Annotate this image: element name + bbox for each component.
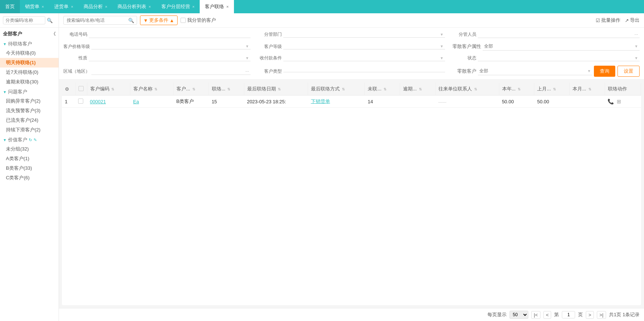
more-icon[interactable]: ···: [633, 32, 638, 37]
more-icon[interactable]: ···: [244, 69, 249, 74]
region-select[interactable]: ···: [91, 68, 251, 75]
close-icon[interactable]: ×: [42, 4, 44, 9]
scattered-select[interactable]: 全部 ▼: [478, 67, 592, 75]
dept-label: 分管部门: [258, 31, 282, 38]
chevron-down-icon: ▼: [245, 56, 249, 60]
customer-type-label: 客户类型: [258, 68, 282, 75]
sidebar-item-today[interactable]: 今天待联络(0): [0, 48, 59, 58]
dept-select[interactable]: ▼: [283, 32, 445, 38]
filter-row-phone: 电话号码: [63, 30, 251, 39]
nav-sales-order[interactable]: 销货单 ×: [20, 0, 49, 13]
customer-name-link[interactable]: Ea: [133, 99, 139, 104]
sort-icon[interactable]: ⇅: [342, 87, 345, 91]
first-page-btn[interactable]: |<: [531, 311, 540, 319]
phone-label: 电话号码: [63, 31, 87, 38]
sort-icon[interactable]: ⇅: [227, 87, 230, 91]
refresh-icon[interactable]: ↻: [29, 138, 32, 142]
scattered-attr-select[interactable]: 全部 ▼: [483, 42, 640, 51]
next-page-btn[interactable]: >: [586, 311, 594, 319]
row-checkbox: [75, 96, 87, 108]
close-icon[interactable]: ×: [226, 4, 228, 9]
sort-icon[interactable]: ⇅: [474, 87, 477, 91]
customer-type-select[interactable]: [283, 70, 445, 72]
sort-icon[interactable]: ⇅: [588, 87, 591, 91]
sort-icon[interactable]: ⇅: [384, 87, 386, 91]
customer-level-select[interactable]: ▼: [283, 44, 445, 49]
nav-customer-contact[interactable]: 客户联络 ×: [200, 0, 234, 13]
sidebar-item-a-class[interactable]: A类客户(1): [0, 154, 59, 163]
close-icon[interactable]: ×: [148, 4, 151, 9]
sort-icon[interactable]: ⇅: [278, 87, 281, 91]
arrow-icon: ▼: [3, 90, 7, 94]
sort-icon[interactable]: ⇅: [154, 87, 157, 91]
sidebar-item-c-class[interactable]: C类客户(6): [0, 173, 59, 183]
sort-icon[interactable]: ⇅: [111, 87, 114, 91]
per-page-select[interactable]: 50 100 200: [510, 311, 528, 319]
phone-action-icon[interactable]: 📞: [608, 99, 614, 104]
payment-select[interactable]: ▼: [283, 55, 445, 61]
nav-purchase-order[interactable]: 进货单 ×: [49, 0, 78, 13]
query-button[interactable]: 查询: [594, 66, 615, 77]
sidebar-item-churn-warning[interactable]: 流失预警客户(3): [0, 106, 59, 115]
region-label: 区域（地区）: [63, 68, 90, 75]
nature-select[interactable]: ▼: [89, 55, 251, 61]
my-customers-checkbox[interactable]: 我分管的客户: [181, 17, 216, 24]
select-all-checkbox[interactable]: [78, 86, 84, 91]
last-page-btn[interactable]: >|: [597, 311, 606, 319]
search-wrap: 🔍: [63, 16, 137, 25]
sidebar-search-icon[interactable]: 🔍: [47, 18, 53, 23]
search-icon[interactable]: 🔍: [128, 18, 134, 23]
manager-select[interactable]: ···: [478, 31, 640, 38]
customer-code-link[interactable]: 000021: [90, 99, 106, 104]
gear-icon[interactable]: ⚙: [65, 86, 69, 92]
status-select[interactable]: ▼: [478, 55, 640, 61]
close-icon[interactable]: ×: [192, 4, 195, 9]
filter-row-price-level: 客户价格等级 ▼: [63, 41, 251, 52]
sort-icon[interactable]: ⇅: [419, 87, 422, 91]
sidebar-search-input[interactable]: [3, 16, 45, 24]
last-contact-way-link[interactable]: 下销货单: [311, 99, 330, 104]
prev-page-btn[interactable]: <: [543, 311, 552, 319]
phone-input[interactable]: [89, 31, 251, 38]
sort-icon[interactable]: ⇅: [518, 87, 521, 91]
col-label: 联络...: [212, 86, 225, 92]
price-level-select[interactable]: ▼: [91, 44, 251, 49]
col-gear: ⚙: [62, 83, 75, 96]
grid-action-icon[interactable]: ⊞: [617, 99, 621, 104]
nav-product-analysis[interactable]: 商品分析 ×: [78, 0, 112, 13]
filter-row-dept: 分管部门 ▼: [258, 30, 445, 39]
sidebar-item-churned[interactable]: 已流失客户(24): [0, 115, 59, 125]
sidebar-item-b-class[interactable]: B类客户(33): [0, 163, 59, 173]
total-records: 共1页 1条记录: [609, 311, 640, 318]
nav-product-analysis-list[interactable]: 商品分析列表 ×: [112, 0, 156, 13]
sidebar-item-overdue[interactable]: 逾期未联络(30): [0, 77, 59, 87]
close-icon[interactable]: ×: [71, 4, 73, 9]
nav-home[interactable]: 首页: [0, 0, 20, 13]
set-button[interactable]: 设置: [617, 66, 640, 77]
row-select-checkbox[interactable]: [78, 99, 83, 104]
data-table-container: ⚙ 客户编码 ⇅ 客户名称 ⇅: [62, 83, 641, 305]
sidebar-item-declining[interactable]: 持续下滑客户(2): [0, 125, 59, 135]
batch-op-button[interactable]: ☑ 批量操作: [596, 17, 620, 24]
edit-icon[interactable]: ✎: [34, 138, 37, 142]
sidebar-item-7days[interactable]: 近7天待联络(0): [0, 68, 59, 77]
sidebar-item-repurchase-abnormal[interactable]: 回购异常客户(2): [0, 96, 59, 106]
checkbox-icon[interactable]: [181, 18, 186, 23]
col-customer-name: 客户名称 ⇅: [130, 83, 173, 96]
close-icon[interactable]: ×: [105, 4, 107, 9]
col-label: 本月...: [573, 86, 586, 92]
sort-icon[interactable]: ⇅: [192, 87, 195, 91]
more-conditions-btn[interactable]: ▼ 更多条件 ▲: [140, 15, 178, 25]
collapse-icon[interactable]: 《: [51, 31, 56, 37]
search-input[interactable]: [63, 16, 137, 25]
nav-customer-tier[interactable]: 客户分层经营 ×: [156, 0, 200, 13]
col-label: 逾期...: [403, 86, 417, 92]
col-label: 最后联络日期: [247, 86, 276, 92]
sort-icon[interactable]: ⇅: [553, 87, 556, 91]
page-input[interactable]: [562, 311, 575, 318]
export-button[interactable]: ↗ 导出: [625, 17, 640, 24]
filter-row-customer-type: 客户类型: [258, 65, 445, 78]
sidebar-item-ungrouped[interactable]: 未分组(32): [0, 144, 59, 154]
sidebar-item-tomorrow[interactable]: 明天待联络(1): [0, 58, 59, 68]
sidebar-search-area: 🔍: [0, 13, 59, 28]
